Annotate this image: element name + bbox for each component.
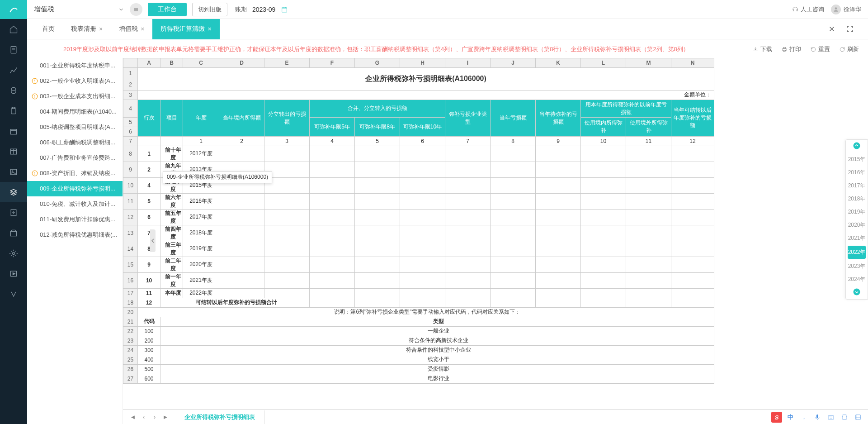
nav-chart-icon[interactable]	[0, 60, 27, 80]
form-list-item[interactable]: 002-一般企业收入明细表(A...	[27, 73, 123, 89]
nav-archive-icon[interactable]	[0, 223, 27, 243]
company-dropdown[interactable]: 增值税	[34, 5, 124, 14]
year-item[interactable]: 2023年	[846, 260, 868, 273]
period-value: 2023-09	[252, 6, 275, 13]
ime-mic-icon[interactable]	[812, 412, 823, 423]
nav-play-icon[interactable]	[0, 263, 27, 284]
spreadsheet[interactable]: ABCDEFGHIJKLMN1企业所得税弥补亏损明细表(A106000)23金额…	[123, 58, 868, 424]
ime-lang-icon[interactable]: 中	[785, 412, 796, 423]
headset-icon	[792, 6, 799, 13]
switch-old-button[interactable]: 切到旧版	[192, 3, 227, 16]
sidebar-nav	[0, 0, 27, 424]
year-selector: 2015年2016年2017年2018年2019年2020年2021年2022年…	[845, 139, 868, 300]
ime-toolbar: S 中 ，	[767, 410, 868, 424]
form-list-item[interactable]: 010-免税、减计收入及加计...	[27, 196, 123, 212]
ime-keyboard-icon[interactable]	[826, 412, 836, 423]
tooltip: 009-企业所得税弥补亏损明细表(A106000)	[163, 171, 272, 183]
sheet-tab-bar: ◄ ‹ › ► 企业所得税弥补亏损明细表	[123, 410, 868, 424]
nav-doc-icon[interactable]	[0, 39, 27, 60]
collapse-handle[interactable]	[150, 229, 156, 252]
close-all-button[interactable]	[825, 22, 839, 36]
download-button[interactable]: 下载	[752, 45, 772, 54]
nav-v-icon[interactable]	[0, 284, 27, 304]
nav-image-icon[interactable]	[0, 162, 27, 182]
ime-skin-icon[interactable]	[839, 412, 850, 423]
ime-tool-icon[interactable]	[853, 412, 863, 423]
list-toggle-button[interactable]	[130, 3, 142, 16]
form-list-item[interactable]: 001-企业所得税年度纳税申...	[27, 58, 123, 73]
consult-link[interactable]: 人工咨询	[792, 5, 824, 14]
tab-vat[interactable]: 增值税×	[111, 19, 152, 39]
year-scroll-down[interactable]	[846, 286, 868, 299]
svg-point-9	[13, 252, 15, 254]
year-item[interactable]: 2022年	[848, 246, 866, 259]
svg-rect-21	[816, 414, 818, 418]
svg-point-12	[835, 7, 837, 10]
year-item[interactable]: 2018年	[846, 192, 868, 205]
tab-income-tax[interactable]: 所得税汇算清缴×	[152, 19, 219, 39]
form-list-item[interactable]: 007-广告费和业务宣传费跨...	[27, 150, 123, 166]
nav-money-icon[interactable]	[0, 80, 27, 100]
refresh-button[interactable]: 刷新	[839, 45, 859, 54]
tab-home[interactable]: 首页	[34, 19, 63, 39]
form-list-item[interactable]: 009-企业所得税弥补亏损明...	[27, 181, 123, 196]
year-item[interactable]: 2016年	[846, 166, 868, 179]
tabbar: 首页 税表清册× 增值税× 所得税汇算清缴×	[27, 19, 868, 39]
svg-rect-13	[783, 49, 786, 51]
svg-point-20	[854, 288, 860, 295]
svg-rect-11	[282, 7, 287, 12]
ime-brand-icon[interactable]: S	[771, 412, 782, 423]
print-button[interactable]: 打印	[781, 45, 801, 54]
svg-rect-3	[10, 129, 16, 134]
sheet-nav-prev[interactable]: ‹	[138, 412, 149, 423]
year-item[interactable]: 2015年	[846, 153, 868, 166]
tab-close-icon[interactable]: ×	[208, 25, 211, 33]
calendar-icon[interactable]	[281, 6, 288, 13]
company-name: 增值税	[34, 5, 54, 14]
form-list-item[interactable]: 005-纳税调整项目明细表(A...	[27, 119, 123, 135]
period-label: 账期	[235, 5, 247, 14]
form-list-item[interactable]: 008-资产折旧、摊销及纳税...	[27, 166, 123, 181]
warning-icon	[32, 170, 38, 176]
nav-clipboard-icon[interactable]	[0, 100, 27, 121]
year-item[interactable]: 2021年	[846, 232, 868, 245]
nav-export-icon[interactable]	[0, 202, 27, 223]
svg-rect-8	[10, 231, 16, 236]
svg-rect-14	[783, 48, 786, 49]
nav-table-icon[interactable]	[0, 141, 27, 162]
user-menu[interactable]: 徐泽华	[831, 5, 861, 14]
svg-rect-22	[828, 416, 834, 419]
list-icon	[132, 6, 140, 13]
sheet-tab[interactable]: 企业所得税弥补亏损明细表	[175, 410, 264, 424]
year-scroll-up[interactable]	[846, 140, 868, 153]
form-list-item[interactable]: 003-一般企业成本支出明细...	[27, 89, 123, 104]
avatar-icon	[831, 5, 841, 14]
chevron-down-icon	[118, 6, 124, 13]
warning-banner: 2019年度涉及取以前年度结转数据的申报表单元格需要手工维护正确，才能保证本年及…	[27, 39, 868, 58]
nav-box-icon[interactable]	[0, 121, 27, 141]
nav-settings-icon[interactable]	[0, 243, 27, 263]
sheet-nav-last[interactable]: ►	[160, 412, 171, 423]
sheet-nav-next[interactable]: ›	[149, 412, 160, 423]
ime-punct-icon[interactable]: ，	[798, 412, 809, 423]
form-list-sidebar: 001-企业所得税年度纳税申...002-一般企业收入明细表(A...003-一…	[27, 58, 123, 424]
app-logo[interactable]	[0, 0, 27, 19]
nav-stack-icon[interactable]	[0, 182, 27, 202]
tab-close-icon[interactable]: ×	[99, 25, 103, 33]
form-list-item[interactable]: 004-期间费用明细表(A1040...	[27, 104, 123, 119]
reset-button[interactable]: 重置	[810, 45, 830, 54]
form-list-item[interactable]: 006-职工薪酬纳税调整明细...	[27, 135, 123, 150]
username: 徐泽华	[844, 5, 861, 14]
year-item[interactable]: 2020年	[846, 219, 868, 232]
form-list-item[interactable]: 012-减免所得税优惠明细表(...	[27, 227, 123, 243]
year-item[interactable]: 2017年	[846, 179, 868, 192]
nav-home-icon[interactable]	[0, 19, 27, 39]
year-item[interactable]: 2024年	[846, 273, 868, 286]
fullscreen-button[interactable]	[843, 22, 857, 36]
form-list-item[interactable]: 011-研发费用加计扣除优惠...	[27, 212, 123, 227]
tab-close-icon[interactable]: ×	[141, 25, 144, 33]
workspace-button[interactable]: 工作台	[148, 3, 187, 16]
sheet-nav-first[interactable]: ◄	[127, 412, 138, 423]
tab-tax-list[interactable]: 税表清册×	[63, 19, 111, 39]
year-item[interactable]: 2019年	[846, 205, 868, 219]
